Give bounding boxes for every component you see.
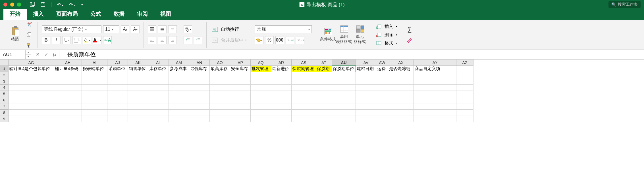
cell-AY9[interactable] [414,116,456,122]
cell-AX3[interactable] [388,78,414,85]
align-bottom-icon[interactable] [168,25,177,33]
cell-AI1[interactable]: 报表辅单位 [82,66,107,72]
close-window-button[interactable] [3,3,7,7]
cell-AV1[interactable]: 建档日期 [356,66,376,72]
cell-AU1[interactable]: 保质期单位 [332,66,356,72]
cell-AK8[interactable] [128,110,148,116]
cell-AZ6[interactable] [456,97,473,103]
orientation-button[interactable]: ab▾ [184,25,192,33]
cell-AH1[interactable]: 辅计量4条码 [54,66,82,72]
cell-AV7[interactable] [356,103,376,110]
cell-AK4[interactable] [128,85,148,91]
cell-AZ7[interactable] [456,103,473,110]
name-box-stepper[interactable]: ▴▾ [26,50,31,59]
cell-AG2[interactable] [9,72,54,78]
cell-AX8[interactable] [388,110,414,116]
cell-AP5[interactable] [230,91,251,97]
cell-AG6[interactable] [9,97,54,103]
cell-AR6[interactable] [271,97,292,103]
decrease-decimal-icon[interactable]: .00→.0 [296,36,304,44]
cell-AI6[interactable] [82,97,107,103]
cell-AX2[interactable] [388,72,414,78]
cell-AW7[interactable] [376,103,388,110]
cell-AK9[interactable] [128,116,148,122]
cell-AJ6[interactable] [107,97,128,103]
cell-AY8[interactable] [414,110,456,116]
cell-AQ2[interactable] [251,72,271,78]
cell-AW6[interactable] [376,97,388,103]
row-header-1[interactable]: 1 [0,66,9,72]
increase-indent-icon[interactable] [194,36,202,44]
cell-AI9[interactable] [82,116,107,122]
select-all-corner[interactable] [0,60,9,66]
cell-AO3[interactable] [210,78,230,85]
cell-AI5[interactable] [82,91,107,97]
cell-AN5[interactable] [189,91,210,97]
cell-AW2[interactable] [376,72,388,78]
cell-AR7[interactable] [271,103,292,110]
save-icon[interactable] [40,2,45,7]
cell-AK5[interactable] [128,91,148,97]
col-header-AV[interactable]: AV [356,60,376,66]
cell-AS1[interactable]: 保质期管理 [292,66,316,72]
comma-button[interactable]: 000 [275,36,284,44]
cell-AR8[interactable] [271,110,292,116]
cell-AU3[interactable] [332,78,356,85]
cell-AZ9[interactable] [456,116,473,122]
decrease-font-icon[interactable]: A▾ [131,25,140,33]
cell-AZ2[interactable] [456,72,473,78]
percent-button[interactable]: % [265,36,274,44]
cell-AR3[interactable] [271,78,292,85]
cell-AL7[interactable] [148,103,169,110]
col-header-AI[interactable]: AI [82,60,107,66]
tab-4[interactable]: 数据 [107,8,131,20]
minimize-window-button[interactable] [10,3,14,7]
cell-AM5[interactable] [169,91,189,97]
cell-AO4[interactable] [210,85,230,91]
format-painter-icon[interactable] [25,42,34,50]
cut-icon[interactable]: ✂️ [25,20,34,28]
cell-AL2[interactable] [148,72,169,78]
cell-AM6[interactable] [169,97,189,103]
col-header-AG[interactable]: AG [9,60,54,66]
cell-AH7[interactable] [54,103,82,110]
cell-AP6[interactable] [230,97,251,103]
cell-AS3[interactable] [292,78,316,85]
cell-AQ1[interactable]: 批次管理 [251,66,271,72]
cell-AW8[interactable] [376,110,388,116]
cell-AP1[interactable]: 安全库存 [230,66,251,72]
undo-icon[interactable]: ↶ ▾ [57,2,63,7]
cell-AY5[interactable] [414,91,456,97]
cell-AW5[interactable] [376,91,388,97]
cell-AK3[interactable] [128,78,148,85]
row-header-6[interactable]: 6 [0,97,9,103]
underline-button[interactable]: U▾ [62,36,71,44]
cell-AZ5[interactable] [456,91,473,97]
cell-AT2[interactable] [316,72,332,78]
row-header-5[interactable]: 5 [0,91,9,97]
font-color-button[interactable]: A▾ [93,36,101,44]
col-header-AO[interactable]: AO [210,60,230,66]
row-header-9[interactable]: 9 [0,116,9,122]
cell-AR5[interactable] [271,91,292,97]
cell-AJ7[interactable] [107,103,128,110]
cell-AU7[interactable] [332,103,356,110]
cell-AW4[interactable] [376,85,388,91]
clear-icon[interactable] [405,36,414,44]
cell-AM9[interactable] [169,116,189,122]
cell-AG4[interactable] [9,85,54,91]
tab-0[interactable]: 开始 [3,8,27,20]
cell-AI3[interactable] [82,78,107,85]
maximize-window-button[interactable] [17,3,21,7]
font-size-select[interactable]: 11▾ [103,25,119,33]
cell-AZ3[interactable] [456,78,473,85]
cell-AT6[interactable] [316,97,332,103]
row-header-3[interactable]: 3 [0,78,9,85]
cell-AP7[interactable] [230,103,251,110]
col-header-AJ[interactable]: AJ [107,60,128,66]
cell-AU9[interactable] [332,116,356,122]
cell-AG5[interactable] [9,91,54,97]
cell-AX1[interactable]: 是否走冻链 [388,66,414,72]
cell-AG9[interactable] [9,116,54,122]
bold-button[interactable]: B [42,36,50,44]
